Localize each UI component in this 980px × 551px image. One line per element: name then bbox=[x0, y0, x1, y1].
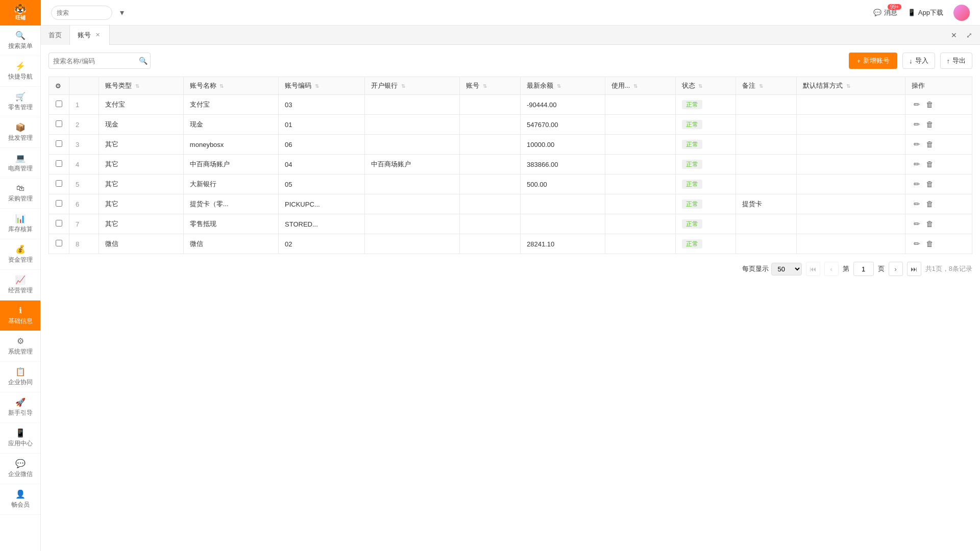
delete-button[interactable]: 🗑 bbox=[924, 179, 936, 189]
sidebar-item-inventory[interactable]: 📊库存核算 bbox=[0, 209, 40, 239]
sidebar: 🐯 旺铺 🔍搜索菜单⚡快捷导航🛒零售管理📦批发管理💻电商管理🛍采购管理📊库存核算… bbox=[0, 0, 41, 551]
sidebar-item-app-center[interactable]: 📱应用中心 bbox=[0, 423, 40, 454]
export-button[interactable]: ↑ 导出 bbox=[940, 53, 973, 69]
sidebar-item-wholesale[interactable]: 📦批发管理 bbox=[0, 117, 40, 148]
message-button[interactable]: 💬 消息 99+ bbox=[873, 8, 897, 17]
row-checkbox-cell[interactable] bbox=[49, 234, 69, 254]
row-type: 其它 bbox=[99, 174, 184, 194]
edit-button[interactable]: ✏ bbox=[912, 139, 922, 150]
sidebar-icon-retail: 🛒 bbox=[15, 92, 26, 102]
table-row: 3 其它 moneybosx 06 10000.00 正常 ✏ 🗑 bbox=[49, 135, 972, 155]
row-name: moneybosx bbox=[183, 135, 278, 155]
delete-button[interactable]: 🗑 bbox=[924, 198, 936, 209]
row-actions: ✏ 🗑 bbox=[905, 95, 972, 115]
type-column-header[interactable]: 账号类型 ⇅ bbox=[99, 77, 184, 95]
row-checkbox[interactable] bbox=[56, 220, 62, 227]
sidebar-item-ecommerce[interactable]: 💻电商管理 bbox=[0, 148, 40, 179]
row-bank bbox=[365, 95, 460, 115]
row-default-payment bbox=[797, 174, 905, 194]
last-page-button[interactable]: ⏭ bbox=[907, 262, 921, 276]
delete-button[interactable]: 🗑 bbox=[924, 218, 936, 229]
logo-icon: 🐯 bbox=[14, 4, 27, 14]
next-page-button[interactable]: › bbox=[889, 262, 903, 276]
prev-page-button[interactable]: ‹ bbox=[824, 262, 839, 276]
row-checkbox-cell[interactable] bbox=[49, 174, 69, 194]
row-checkbox-cell[interactable] bbox=[49, 115, 69, 135]
search-input[interactable] bbox=[53, 57, 139, 65]
row-remark bbox=[736, 214, 797, 234]
search-icon[interactable]: 🔍 bbox=[139, 57, 148, 65]
default-payment-column-header[interactable]: 默认结算方式 ⇅ bbox=[797, 77, 905, 95]
sidebar-item-basic-info[interactable]: ℹ基础信息 bbox=[0, 300, 40, 331]
delete-button[interactable]: 🗑 bbox=[924, 139, 936, 149]
row-remark bbox=[736, 95, 797, 115]
row-checkbox-cell[interactable] bbox=[49, 135, 69, 155]
sidebar-label-retail: 零售管理 bbox=[8, 103, 33, 112]
page-label: 第 bbox=[843, 264, 849, 273]
sidebar-item-enterprise-agreement[interactable]: 📋企业协同 bbox=[0, 362, 40, 392]
row-checkbox[interactable] bbox=[56, 140, 62, 147]
app-download-button[interactable]: 📱 App下载 bbox=[908, 8, 943, 17]
sidebar-item-enterprise-wechat[interactable]: 💬企业微信 bbox=[0, 454, 40, 484]
first-page-button[interactable]: ⏮ bbox=[806, 262, 820, 276]
tab-close-button[interactable]: ✕ bbox=[94, 31, 102, 39]
sidebar-item-starter[interactable]: 🚀新手引导 bbox=[0, 392, 40, 423]
sidebar-item-system[interactable]: ⚙系统管理 bbox=[0, 331, 40, 362]
row-balance: -90444.00 bbox=[521, 95, 605, 115]
tab-home[interactable]: 首页 bbox=[41, 26, 70, 45]
row-code: 05 bbox=[279, 174, 365, 194]
delete-button[interactable]: 🗑 bbox=[924, 159, 936, 169]
row-name: 现金 bbox=[183, 115, 278, 135]
sidebar-label-enterprise-wechat: 企业微信 bbox=[8, 470, 33, 479]
user-avatar[interactable] bbox=[953, 5, 970, 21]
sidebar-item-member[interactable]: 👤畅会员 bbox=[0, 484, 40, 515]
delete-button[interactable]: 🗑 bbox=[924, 119, 936, 130]
page-input[interactable] bbox=[853, 262, 874, 276]
tab-account[interactable]: 账号 ✕ bbox=[70, 26, 110, 45]
add-account-button[interactable]: + 新增账号 bbox=[849, 53, 897, 69]
per-page-select[interactable]: 102050100 bbox=[771, 263, 802, 276]
name-column-header[interactable]: 账号名称 ⇅ bbox=[183, 77, 278, 95]
row-checkbox-cell[interactable] bbox=[49, 155, 69, 174]
row-checkbox-cell[interactable] bbox=[49, 194, 69, 214]
row-index: 7 bbox=[69, 214, 99, 234]
top-search-input[interactable] bbox=[51, 6, 112, 20]
settings-column-header[interactable]: ⚙ bbox=[49, 77, 69, 95]
status-column-header[interactable]: 状态 ⇅ bbox=[675, 77, 736, 95]
row-checkbox[interactable] bbox=[56, 200, 62, 207]
code-column-header[interactable]: 账号编码 ⇅ bbox=[279, 77, 365, 95]
edit-button[interactable]: ✏ bbox=[912, 198, 922, 210]
edit-button[interactable]: ✏ bbox=[912, 159, 922, 170]
tab-close-action[interactable]: ✕ bbox=[948, 30, 960, 40]
sidebar-icon-basic-info: ℹ bbox=[19, 306, 22, 315]
balance-column-header[interactable]: 最新余额 ⇅ bbox=[521, 77, 605, 95]
row-checkbox[interactable] bbox=[56, 180, 62, 187]
delete-button[interactable]: 🗑 bbox=[924, 238, 936, 249]
usage-column-header[interactable]: 使用... ⇅ bbox=[605, 77, 675, 95]
row-checkbox-cell[interactable] bbox=[49, 214, 69, 234]
sidebar-item-finance[interactable]: 💰资金管理 bbox=[0, 239, 40, 270]
delete-button[interactable]: 🗑 bbox=[924, 99, 936, 110]
tab-maximize-action[interactable]: ⤢ bbox=[964, 30, 975, 40]
row-checkbox[interactable] bbox=[56, 101, 62, 107]
account-column-header[interactable]: 账号 ⇅ bbox=[460, 77, 521, 95]
row-checkbox[interactable] bbox=[56, 120, 62, 127]
row-checkbox[interactable] bbox=[56, 160, 62, 167]
sidebar-item-quick-nav[interactable]: ⚡快捷导航 bbox=[0, 56, 40, 87]
edit-button[interactable]: ✏ bbox=[912, 119, 922, 130]
edit-button[interactable]: ✏ bbox=[912, 179, 922, 190]
bank-column-header[interactable]: 开户银行 ⇅ bbox=[365, 77, 460, 95]
dropdown-button[interactable]: ▾ bbox=[120, 8, 124, 17]
edit-button[interactable]: ✏ bbox=[912, 238, 922, 249]
sidebar-label-basic-info: 基础信息 bbox=[8, 317, 33, 325]
sidebar-item-purchase[interactable]: 🛍采购管理 bbox=[0, 179, 40, 209]
sidebar-item-operations[interactable]: 📈经营管理 bbox=[0, 270, 40, 300]
sidebar-item-search[interactable]: 🔍搜索菜单 bbox=[0, 26, 40, 56]
edit-button[interactable]: ✏ bbox=[912, 99, 922, 110]
import-button[interactable]: ↓ 导入 bbox=[902, 53, 935, 69]
sidebar-item-retail[interactable]: 🛒零售管理 bbox=[0, 87, 40, 117]
edit-button[interactable]: ✏ bbox=[912, 218, 922, 230]
remark-column-header[interactable]: 备注 ⇅ bbox=[736, 77, 797, 95]
row-checkbox-cell[interactable] bbox=[49, 95, 69, 115]
row-checkbox[interactable] bbox=[56, 240, 62, 246]
